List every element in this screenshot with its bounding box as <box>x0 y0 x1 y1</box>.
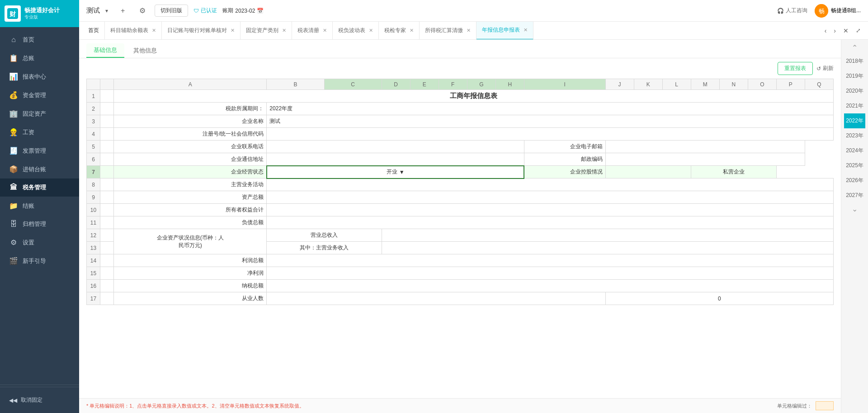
table-row: 5 企业联系电话 企业电子邮箱 <box>87 141 834 153</box>
year-item-2020年[interactable]: 2020年 <box>844 84 865 99</box>
refresh-button[interactable]: ↺ 刷新 <box>816 65 834 72</box>
tab-close-icon[interactable]: ✕ <box>369 28 373 33</box>
col-header-p[interactable]: P <box>776 79 805 90</box>
sidebar-item-发票管理[interactable]: 🧾发票管理 <box>0 141 79 160</box>
year-item-2025年[interactable]: 2025年 <box>844 158 865 173</box>
spreadsheet-wrapper[interactable]: A B C D E F G H I J K L <box>79 79 841 398</box>
tab-prev-button[interactable]: ‹ <box>821 25 830 36</box>
user-menu[interactable]: 畅 畅捷通B组... <box>815 4 861 18</box>
sidebar-item-工资[interactable]: 👷工资 <box>0 123 79 141</box>
col-header-d[interactable]: D <box>382 79 410 90</box>
business-status-dropdown[interactable]: 开业 ▼ <box>270 168 521 176</box>
year-item-2022年[interactable]: 2022年 <box>844 113 865 128</box>
sidebar-item-进销台账[interactable]: 📦进销台账 <box>0 160 79 178</box>
col-header-h[interactable]: H <box>495 79 524 90</box>
tab-close-all-button[interactable]: ✕ <box>840 25 852 36</box>
certified-text: 已认证 <box>201 7 217 14</box>
sidebar-label: 结账 <box>23 202 34 210</box>
year-scroll-up-button[interactable]: ⌃ <box>850 42 859 54</box>
table-row: 2 税款所属期间： 2022年度 <box>87 103 834 115</box>
col-header-k[interactable]: K <box>634 79 662 90</box>
year-item-2026年[interactable]: 2026年 <box>844 173 865 188</box>
year-item-2021年[interactable]: 2021年 <box>844 99 865 113</box>
col-header-m[interactable]: M <box>691 79 719 90</box>
tab-close-icon[interactable]: ✕ <box>231 28 235 33</box>
col-header-b[interactable]: B <box>267 79 324 90</box>
sidebar-item-首页[interactable]: ⌂首页 <box>0 31 79 49</box>
sheet-tab-其他信息[interactable]: 其他信息 <box>126 44 164 57</box>
tab-item-7[interactable]: 所得税汇算清缴✕ <box>420 22 476 40</box>
sidebar-item-资金管理[interactable]: 💰资金管理 <box>0 86 79 104</box>
col-header-c[interactable]: C <box>324 79 382 90</box>
sidebar-item-固定资产[interactable]: 🏢固定资产 <box>0 104 79 123</box>
tab-item-6[interactable]: 税检专家✕ <box>379 22 420 40</box>
certified-badge: 🛡 已认证 <box>193 7 217 14</box>
period-label: 账期 <box>222 7 233 14</box>
sheet-tab-基础信息[interactable]: 基础信息 <box>86 43 124 58</box>
tab-next-button[interactable]: › <box>830 25 840 36</box>
svg-text:畅: 畅 <box>818 8 824 14</box>
sidebar-label: 固定资产 <box>23 110 46 118</box>
cell-title[interactable]: 工商年报信息表 <box>114 90 834 103</box>
tab-close-icon[interactable]: ✕ <box>282 28 286 33</box>
sidebar-item-结账[interactable]: 📁结账 <box>0 197 79 215</box>
sidebar-icon: 📁 <box>9 202 18 210</box>
tab-item-2[interactable]: 日记账与银行对账单核对✕ <box>162 22 241 40</box>
col-header-l[interactable]: L <box>662 79 691 90</box>
tab-controls: ‹ › ✕ ⤢ <box>821 25 864 36</box>
col-header-q[interactable]: Q <box>805 79 833 90</box>
tab-item-8[interactable]: 年报信息申报表✕ <box>476 22 533 40</box>
year-scroll-down-button[interactable]: ⌄ <box>850 203 859 215</box>
tab-bar: 首页科目辅助余额表✕日记账与银行对账单核对✕固定资产类别✕税表清册✕税负波动表✕… <box>79 22 868 40</box>
tab-close-icon[interactable]: ✕ <box>467 28 471 33</box>
tab-close-icon[interactable]: ✕ <box>410 28 414 33</box>
col-header-e[interactable]: E <box>410 79 439 90</box>
year-item-2018年[interactable]: 2018年 <box>844 54 865 69</box>
sidebar-collapse-btn[interactable]: ◀◀ 取消固定 <box>0 392 79 408</box>
col-header-a[interactable]: A <box>114 79 267 90</box>
year-item-2023年[interactable]: 2023年 <box>844 128 865 143</box>
tab-expand-button[interactable]: ⤢ <box>852 25 864 36</box>
sidebar-item-设置[interactable]: ⚙设置 <box>0 233 79 252</box>
col-header-f[interactable]: F <box>439 79 467 90</box>
refresh-icon: ↺ <box>816 66 821 72</box>
sidebar: 财 畅捷通好会计 专业版 ⌂首页📋总账📊报表中心💰资金管理🏢固定资产👷工资🧾发票… <box>0 0 79 413</box>
tab-label: 首页 <box>88 27 99 34</box>
topbar-dropdown[interactable]: ▾ <box>105 8 108 14</box>
col-header-g[interactable]: G <box>467 79 495 90</box>
tab-close-icon[interactable]: ✕ <box>152 28 156 33</box>
add-tab-button[interactable]: + <box>115 5 130 17</box>
sidebar-item-归档管理[interactable]: 🗄归档管理 <box>0 215 79 233</box>
tab-item-3[interactable]: 固定资产类别✕ <box>241 22 292 40</box>
sidebar-item-税务管理[interactable]: 🏛税务管理 <box>0 178 79 197</box>
year-item-2024年[interactable]: 2024年 <box>844 143 865 158</box>
year-item-2019年[interactable]: 2019年 <box>844 69 865 84</box>
col-header-i[interactable]: I <box>524 79 605 90</box>
sidebar-collapse-label: 取消固定 <box>21 396 42 404</box>
settings-button[interactable]: ⚙ <box>134 5 151 17</box>
sidebar-item-新手引导[interactable]: 🎬新手引导 <box>0 252 79 270</box>
tab-item-4[interactable]: 税表清册✕ <box>292 22 333 40</box>
topbar-title: 测试 <box>86 6 100 15</box>
calendar-icon[interactable]: 📅 <box>257 8 264 14</box>
chevron-down-icon: ▾ <box>105 8 108 14</box>
tab-close-icon[interactable]: ✕ <box>524 27 528 33</box>
year-item-2027年[interactable]: 2027年 <box>844 188 865 203</box>
col-header-n[interactable]: N <box>719 79 748 90</box>
sidebar-item-总账[interactable]: 📋总账 <box>0 49 79 67</box>
tab-item-5[interactable]: 税负波动表✕ <box>333 22 379 40</box>
col-header-o[interactable]: O <box>748 79 776 90</box>
switch-version-button[interactable]: 切到旧版 <box>155 5 188 17</box>
table-row: 6 企业通信地址 邮政编码 <box>87 153 834 166</box>
dropdown-arrow-icon: ▼ <box>399 169 405 175</box>
reset-report-button[interactable]: 重置报表 <box>778 62 813 75</box>
tab-close-icon[interactable]: ✕ <box>323 28 327 33</box>
sidebar-divider <box>0 385 79 385</box>
consult-button[interactable]: 🎧 人工咨询 <box>777 7 807 14</box>
sidebar-label: 工资 <box>23 128 34 136</box>
tab-item-1[interactable]: 科目辅助余额表✕ <box>105 22 162 40</box>
sidebar-item-报表中心[interactable]: 📊报表中心 <box>0 67 79 86</box>
col-header-j[interactable]: J <box>605 79 634 90</box>
tab-item-0[interactable]: 首页 <box>83 22 105 40</box>
cell-1-0[interactable] <box>100 90 114 103</box>
